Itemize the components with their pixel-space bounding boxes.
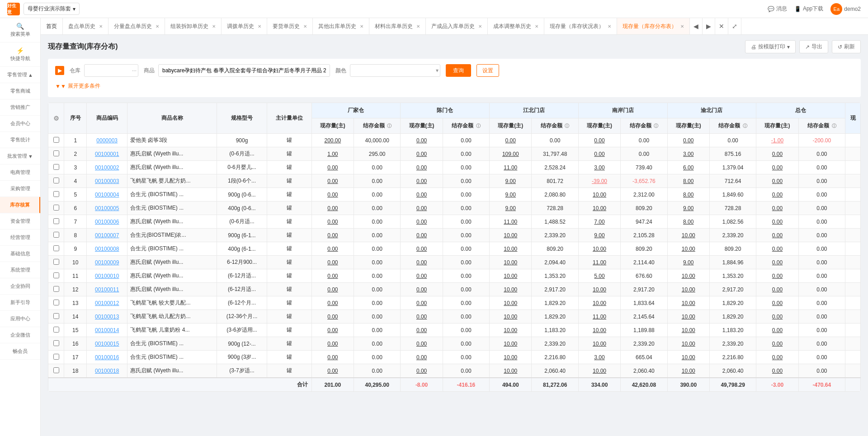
color-dropdown-btn[interactable]: ▾ [436, 67, 439, 74]
row-checkbox[interactable] [48, 147, 64, 161]
row-chen-stock[interactable]: 0.00 [401, 310, 443, 323]
row-nanbin-stock[interactable]: 10.00 [578, 364, 620, 378]
row-jiangbei-stock[interactable]: 10.00 [490, 269, 532, 283]
row-code[interactable]: 00100005 [87, 202, 127, 215]
row-jiangbei-stock[interactable]: 11.00 [490, 161, 532, 174]
row-code[interactable]: 00100011 [87, 283, 127, 296]
row-total-stock[interactable]: 0.00 [756, 229, 798, 242]
row-checkbox[interactable] [48, 256, 64, 269]
row-factory-stock[interactable]: 0.00 [311, 256, 354, 269]
sidebar-item-wechat[interactable]: 企业微信 [0, 327, 40, 343]
row-chen-stock[interactable]: 0.00 [401, 364, 443, 378]
row-total-stock[interactable]: 0.00 [756, 161, 798, 174]
export-button[interactable]: ↗ 导出 [799, 40, 828, 53]
row-code[interactable]: 00100003 [87, 174, 127, 188]
expand-conditions[interactable]: ▼▼ 展开更多条件 [55, 80, 854, 92]
row-yubei-stock[interactable]: 10.00 [667, 337, 709, 351]
row-code[interactable]: 00100007 [87, 229, 127, 242]
tab-material-outbound[interactable]: 材料出库单历史 ✕ [369, 18, 426, 34]
row-nanbin-stock[interactable]: 10.00 [578, 337, 620, 351]
row-total-stock[interactable]: 0.00 [756, 337, 798, 351]
industry-selector[interactable]: 母婴行业演示陈套 ▾ [24, 3, 80, 15]
row-chen-stock[interactable]: 0.00 [401, 296, 443, 310]
row-checkbox[interactable] [48, 283, 64, 296]
row-chen-stock[interactable]: 0.00 [401, 174, 443, 188]
tab-product-inbound[interactable]: 产成品入库单历史 ✕ [426, 18, 488, 34]
row-factory-stock[interactable]: 1.00 [311, 147, 354, 161]
row-checkbox[interactable] [48, 161, 64, 174]
row-chen-stock[interactable]: 0.00 [401, 351, 443, 364]
row-jiangbei-stock[interactable]: 10.00 [490, 364, 532, 378]
row-nanbin-stock[interactable]: 7.00 [578, 215, 620, 229]
row-code[interactable]: 00100001 [87, 147, 127, 161]
tab-expand[interactable]: ⤢ [728, 18, 741, 34]
row-yubei-stock[interactable]: 10.00 [667, 351, 709, 364]
sidebar-item-ecommerce[interactable]: 电商管理 [0, 164, 40, 181]
tab-home[interactable]: 首页 [41, 18, 63, 34]
row-yubei-stock[interactable]: 10.00 [667, 283, 709, 296]
row-jiangbei-stock[interactable]: 10.00 [490, 296, 532, 310]
row-jiangbei-stock[interactable]: 9.00 [490, 202, 532, 215]
tab-purchase-history[interactable]: 要货单历史 ✕ [267, 18, 313, 34]
tab-close-1[interactable]: ✕ [156, 24, 159, 29]
row-factory-stock[interactable]: 0.00 [311, 310, 354, 323]
row-yubei-stock[interactable]: 8.00 [667, 174, 709, 188]
row-chen-stock[interactable]: 0.00 [401, 269, 443, 283]
row-jiangbei-stock[interactable]: 10.00 [490, 283, 532, 296]
row-factory-stock[interactable]: 0.00 [311, 174, 354, 188]
row-code[interactable]: 00100006 [87, 215, 127, 229]
tab-partial-stocktake[interactable]: 分量盘点单历史 ✕ [108, 18, 165, 34]
tab-assembly-history[interactable]: 组装拆卸单历史 ✕ [165, 18, 222, 34]
row-jiangbei-stock[interactable]: 10.00 [490, 337, 532, 351]
settings-button[interactable]: 设置 [476, 64, 499, 77]
row-factory-stock[interactable]: 0.00 [311, 269, 354, 283]
row-factory-stock[interactable]: 0.00 [311, 215, 354, 229]
tab-close-10[interactable]: ✕ [680, 24, 684, 29]
row-jiangbei-stock[interactable]: 10.00 [490, 310, 532, 323]
row-code[interactable]: 00100008 [87, 242, 127, 256]
tab-close-6[interactable]: ✕ [416, 24, 420, 29]
row-yubei-stock[interactable]: 9.00 [667, 202, 709, 215]
row-checkbox[interactable] [48, 296, 64, 310]
row-chen-stock[interactable]: 0.00 [401, 188, 443, 202]
search-button[interactable]: 查询 [446, 64, 471, 77]
row-factory-stock[interactable]: 0.00 [311, 351, 354, 364]
tab-close-4[interactable]: ✕ [303, 24, 307, 29]
tab-close-8[interactable]: ✕ [535, 24, 538, 29]
tab-inventory-status[interactable]: 现存量（库存状况表） ✕ [544, 18, 617, 34]
row-factory-stock[interactable]: 0.00 [311, 364, 354, 378]
refresh-button[interactable]: ↺ 刷新 [832, 40, 861, 53]
row-yubei-stock[interactable]: 10.00 [667, 364, 709, 378]
sidebar-item-guide[interactable]: 新手引导 [0, 295, 40, 311]
row-jiangbei-stock[interactable]: 10.00 [490, 242, 532, 256]
row-code[interactable]: 00100013 [87, 310, 127, 323]
tab-close-9[interactable]: ✕ [608, 24, 611, 29]
row-factory-stock[interactable]: 0.00 [311, 296, 354, 310]
row-chen-stock[interactable]: 0.00 [401, 229, 443, 242]
warehouse-input[interactable] [84, 64, 138, 77]
row-checkbox[interactable] [48, 229, 64, 242]
row-code[interactable]: 00100004 [87, 188, 127, 202]
row-chen-stock[interactable]: 0.00 [401, 256, 443, 269]
row-nanbin-stock[interactable]: 10.00 [578, 283, 620, 296]
tab-close-7[interactable]: ✕ [478, 24, 482, 29]
row-total-stock[interactable]: 0.00 [756, 351, 798, 364]
row-nanbin-stock[interactable]: 10.00 [578, 188, 620, 202]
row-checkbox[interactable] [48, 174, 64, 188]
row-factory-stock[interactable]: 0.00 [311, 242, 354, 256]
row-total-stock[interactable]: 0.00 [756, 323, 798, 337]
sidebar-item-basic-info[interactable]: 基础信息 [0, 246, 40, 262]
row-yubei-stock[interactable]: 10.00 [667, 269, 709, 283]
row-code[interactable]: 00100016 [87, 351, 127, 364]
row-checkbox[interactable] [48, 188, 64, 202]
row-yubei-stock[interactable]: 10.00 [667, 229, 709, 242]
row-yubei-stock[interactable]: 6.00 [667, 161, 709, 174]
row-nanbin-stock[interactable]: 3.00 [578, 161, 620, 174]
row-code[interactable]: 00100015 [87, 337, 127, 351]
row-nanbin-stock[interactable]: 0.00 [578, 134, 620, 147]
sidebar-item-nav[interactable]: ⚡ 快捷导航 [0, 42, 40, 67]
row-total-stock[interactable]: 0.00 [756, 256, 798, 269]
sidebar-item-retail-stats[interactable]: 零售统计 [0, 132, 40, 148]
row-jiangbei-stock[interactable]: 9.00 [490, 188, 532, 202]
row-nanbin-stock[interactable]: 5.00 [578, 269, 620, 283]
